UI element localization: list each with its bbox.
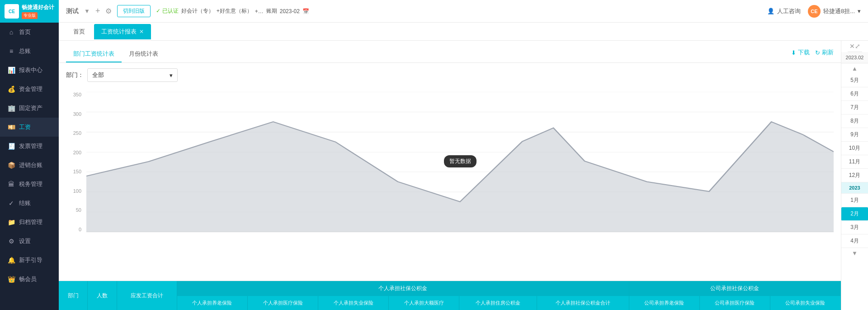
tab-salary-report-label: 工资统计报表 [101,28,137,36]
sidebar-item-salary[interactable]: 💴 工资 [0,118,59,137]
sidebar-item-member-label: 畅会员 [19,275,37,283]
calendar-icon[interactable]: 📅 [302,8,309,14]
subtab-monthly[interactable]: 月份统计表 [122,46,165,62]
th-personal-group: 个人承担社保公积金 [177,281,629,296]
switch-mode-button[interactable]: 切到旧版 [117,5,151,17]
funds-icon: 💰 [7,85,15,93]
month-5[interactable]: 5月 [841,74,868,87]
salary-icon: 💴 [7,123,15,131]
tab-close-icon[interactable]: ✕ [139,29,144,35]
sidebar-item-settings-label: 设置 [19,237,31,245]
month-11[interactable]: 11月 [841,155,868,169]
data-table: 部门 人数 应发工资合计 个人承担社保公积金 公司承担社保公积金 个人承担养老保… [59,281,841,310]
help-label: 人工咨询 [777,7,801,15]
th-dept: 部门 [59,281,88,310]
sidebar-item-ledger[interactable]: ≡ 总账 [0,42,59,61]
dept-filter-arrow: ▾ [170,72,173,79]
guide-icon: 🔔 [7,256,15,264]
th-company-pension: 公司承担养老保险 [629,296,699,310]
sidebar-item-tax[interactable]: 🏛 税务管理 [0,175,59,194]
download-button[interactable]: ⬇ 下载 [791,48,810,57]
sidebar-item-assets[interactable]: 🏢 固定资产 [0,99,59,118]
year-2023: 2023 [841,182,868,194]
sidebar-item-invoice[interactable]: 🧾 发票管理 [0,137,59,156]
good-accounting-status: 好会计（专） [181,7,214,15]
chart-svg [86,92,834,232]
th-count: 人数 [88,281,117,310]
sidebar-item-settings[interactable]: ⚙ 设置 [0,232,59,251]
month-12[interactable]: 12月 [841,169,868,182]
tax-icon: 🏛 [7,180,15,188]
month-9[interactable]: 9月 [841,128,868,142]
month-3[interactable]: 3月 [841,221,868,234]
date-nav-up[interactable]: ▲ [841,63,868,74]
good-biz-status: +好生意（标） [217,7,252,15]
sidebar-item-archive-label: 归档管理 [19,218,42,226]
month-8[interactable]: 8月 [841,114,868,128]
settings-button[interactable]: ⚙ [105,7,112,15]
th-personal-unemployment: 个人承担失业保险 [318,296,389,310]
y-label-350: 350 [66,92,84,97]
help-button[interactable]: 👤 人工咨询 [767,7,801,15]
month-6[interactable]: 6月 [841,87,868,101]
month-2-active[interactable]: 2月 [841,207,868,221]
user-menu[interactable]: CE 轻捷通8担... ▾ [808,5,861,18]
th-company-unemployment: 公司承担失业保险 [770,296,840,310]
project-dropdown-arrow[interactable]: ▼ [84,8,90,14]
checkout-icon: ✓ [7,199,15,207]
logo-text-block: 畅捷通好会计 专业版 [22,4,54,19]
panel-expand-icon[interactable]: ⤢ [855,43,860,50]
app-logo: CE 畅捷通好会计 专业版 [0,0,59,23]
sidebar-item-guide[interactable]: 🔔 新手引导 [0,251,59,270]
dept-filter-label: 部门： [66,71,84,79]
period-label: 账期 [266,7,277,15]
panel-controls: ✕ ⤢ [848,41,862,52]
th-company-medical: 公司承担医疗保险 [699,296,770,310]
user-name: 轻捷通8担... [823,7,855,15]
main-area: 测试 ▼ + ⚙ 切到旧版 ✓ 已认证 好会计（专） +好生意（标） +… 账期… [59,0,868,310]
sidebar-item-home-label: 首页 [19,28,31,36]
y-label-150: 150 [66,169,84,174]
help-icon: 👤 [767,8,774,14]
month-1[interactable]: 1月 [841,194,868,207]
y-label-0: 0 [66,227,84,232]
user-dropdown-icon: ▾ [858,8,861,14]
sidebar-item-home[interactable]: ⌂ 首页 [0,23,59,42]
subtab-monthly-label: 月份统计表 [129,50,158,57]
chart-y-axis: 0 50 100 150 200 250 300 350 [66,92,84,232]
add-button[interactable]: + [95,6,100,16]
sidebar-item-archive[interactable]: 📁 归档管理 [0,213,59,232]
subtabs-bar: 部门工资统计表 月份统计表 ⬇ 下载 ↻ 刷新 [59,41,841,63]
panel-close-icon[interactable]: ✕ [849,43,855,50]
sidebar-item-reports[interactable]: 📊 报表中心 [0,61,59,80]
ledger-icon: ≡ [7,47,15,55]
topbar: 测试 ▼ + ⚙ 切到旧版 ✓ 已认证 好会计（专） +好生意（标） +… 账期… [59,0,868,23]
sidebar-item-funds[interactable]: 💰 资金管理 [0,80,59,99]
month-7[interactable]: 7月 [841,101,868,114]
assets-icon: 🏢 [7,104,15,112]
month-4[interactable]: 4月 [841,234,868,248]
refresh-button[interactable]: ↻ 刷新 [815,48,834,57]
user-avatar: CE [808,5,821,18]
refresh-icon: ↻ [815,49,820,56]
sidebar: CE 畅捷通好会计 专业版 ⌂ 首页 ≡ 总账 📊 报表中心 💰 资金管理 🏢 … [0,0,59,310]
invoice-icon: 🧾 [7,142,15,150]
y-label-50: 50 [66,207,84,213]
topbar-right: 👤 人工咨询 CE 轻捷通8担... ▾ [767,5,861,18]
th-personal-medical: 个人承担医疗保险 [248,296,318,310]
month-10[interactable]: 10月 [841,142,868,155]
sidebar-item-member[interactable]: 👑 畅会员 [0,270,59,289]
refresh-label: 刷新 [822,48,834,57]
tab-home[interactable]: 首页 [66,24,92,39]
sidebar-item-checkout[interactable]: ✓ 结账 [0,194,59,213]
sidebar-item-checkout-label: 结账 [19,199,31,207]
y-label-100: 100 [66,188,84,194]
subtab-dept[interactable]: 部门工资统计表 [66,46,122,62]
date-nav-down[interactable]: ▼ [841,248,868,258]
logo-badge: 专业版 [22,12,38,19]
dept-filter-select[interactable]: 全部 ▾ [87,68,178,82]
y-label-200: 200 [66,150,84,155]
tab-salary-report[interactable]: 工资统计报表 ✕ [94,24,151,39]
sidebar-item-sales[interactable]: 📦 进销台账 [0,156,59,175]
settings-icon: ⚙ [7,237,15,245]
